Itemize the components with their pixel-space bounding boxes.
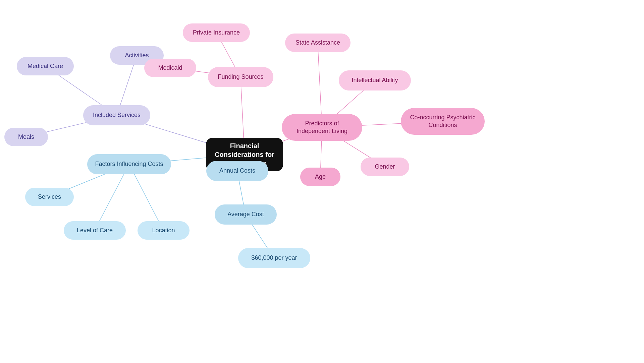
predictors-node: Predictors of Independent Living bbox=[282, 114, 362, 141]
annual-costs-node: Annual Costs bbox=[206, 161, 268, 181]
age-node: Age bbox=[300, 168, 340, 186]
meals-node: Meals bbox=[4, 128, 48, 146]
private-insurance-node: Private Insurance bbox=[183, 23, 250, 42]
gender-node: Gender bbox=[361, 158, 409, 176]
services-node: Services bbox=[25, 188, 74, 206]
factors-influencing-node: Factors Influencing Costs bbox=[87, 154, 171, 174]
average-cost-node: Average Cost bbox=[215, 204, 277, 225]
co-occurring-node: Co-occurring Psychiatric Conditions bbox=[401, 108, 485, 135]
medical-care-node: Medical Care bbox=[17, 57, 74, 75]
funding-sources-node: Funding Sources bbox=[208, 67, 273, 87]
sixty-k-node: $60,000 per year bbox=[238, 248, 310, 268]
intellectual-ability-node: Intellectual Ability bbox=[339, 70, 411, 90]
location-node: Location bbox=[138, 221, 190, 240]
level-of-care-node: Level of Care bbox=[64, 221, 126, 240]
state-assistance-node: State Assistance bbox=[285, 34, 351, 52]
medicaid-node: Medicaid bbox=[144, 59, 196, 77]
included-services-node: Included Services bbox=[83, 105, 150, 125]
